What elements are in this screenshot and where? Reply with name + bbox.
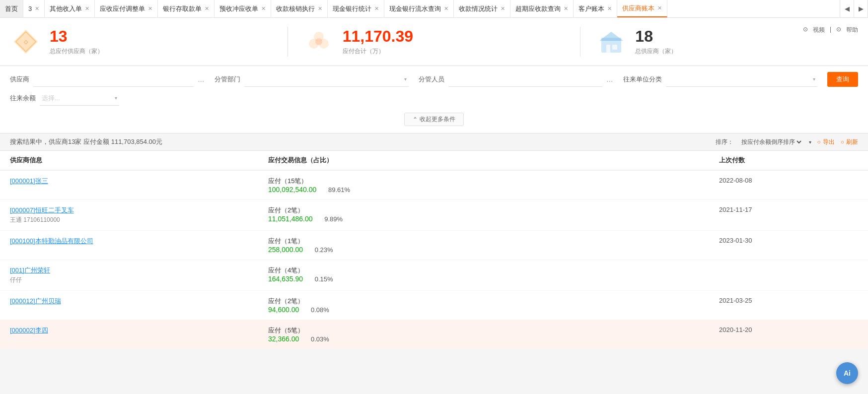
supplier-link[interactable]: [000012]广州贝瑞 [10, 297, 268, 306]
video-link[interactable]: 视频 [813, 26, 825, 34]
person-ellipsis[interactable]: ... [606, 75, 613, 84]
chevron-up-icon: ⌃ [413, 116, 418, 123]
table-row[interactable]: [000100]本特勤油品有限公司 应付（1笔） 258,000.00 0.23… [0, 231, 868, 260]
nav-right-arrow[interactable]: ▶ [854, 0, 868, 18]
table-header: 供应商信息 应付交易信息（占比） 上次付数 [0, 151, 868, 171]
nav-scroll-arrows: ◀ ▶ [840, 0, 868, 18]
person-input[interactable] [448, 72, 602, 87]
close-icon[interactable]: ✕ [205, 5, 209, 12]
supplier-sub: 王通 17106110000 [10, 216, 268, 224]
nav-customer-ledger[interactable]: 客户账本 ✕ [574, 0, 617, 17]
nav-customer-ledger-label: 客户账本 [579, 4, 604, 13]
transaction-pct: 0.08% [311, 306, 329, 314]
query-button[interactable]: 查询 [827, 72, 858, 87]
close-icon[interactable]: ✕ [374, 5, 379, 12]
close-icon[interactable]: ✕ [444, 5, 448, 12]
total-suppliers-label: 总供应商（家） [635, 47, 677, 56]
balance-placeholder: 选择... [40, 94, 115, 103]
dept-dropdown[interactable]: ▾ [244, 72, 409, 87]
table-row[interactable]: [000007]恒旺二手叉车 王通 17106110000 应付（2笔） 11,… [0, 200, 868, 231]
category-dropdown[interactable]: ▾ [666, 72, 818, 87]
svg-rect-9 [606, 45, 610, 53]
supplier-info-cell: [000001]张三 [10, 177, 268, 186]
nav-collection-exec[interactable]: 收款核销执行 ✕ [271, 0, 328, 17]
table-row[interactable]: [000001]张三 应付（15笔） 100,092,540.00 89.61%… [0, 171, 868, 200]
nav-bank-deposit[interactable]: 银行存取款单 ✕ [158, 0, 215, 17]
close-icon[interactable]: ✕ [261, 5, 266, 12]
result-actions: 排序： 按应付余额倒序排序 ▾ ○ 导出 ○ 刷新 [716, 138, 859, 146]
close-icon[interactable]: ✕ [148, 5, 152, 12]
close-icon[interactable]: ✕ [35, 5, 39, 12]
supplier-ellipsis[interactable]: ... [198, 75, 204, 84]
nav-bank-deposit-label: 银行存取款单 [163, 4, 202, 13]
close-icon[interactable]: ✕ [85, 5, 89, 12]
supplier-link[interactable]: [000007]恒旺二手叉车 [10, 206, 268, 215]
nav-cash-bank-stats[interactable]: 现金银行统计 ✕ [328, 0, 384, 17]
nav-tab-3[interactable]: 3 ✕ [23, 0, 45, 17]
svg-point-6 [315, 38, 322, 45]
svg-text:◇: ◇ [24, 39, 28, 45]
dept-label: 分管部门 [215, 75, 240, 84]
diamond-icon: ◇ [10, 26, 42, 58]
table-row[interactable]: [001]广州荣轩 仔仔 应付（4笔） 164,635.90 0.15% [0, 260, 868, 291]
total-suppliers-number: 18 [635, 28, 677, 45]
close-icon[interactable]: ✕ [564, 5, 568, 12]
summary-card-total-ap: 11,170.39 应付合计（万） [303, 26, 566, 58]
nav-collection-stats[interactable]: 收款情况统计 ✕ [454, 0, 510, 17]
supplier-info-cell: [000007]恒旺二手叉车 王通 17106110000 [10, 206, 268, 224]
nav-left-arrow[interactable]: ◀ [840, 0, 854, 18]
filter-category: 往来单位分类 ▾ [623, 72, 818, 87]
close-icon[interactable]: ✕ [318, 5, 322, 12]
nav-cash-bank-flow[interactable]: 现金银行流水查询 ✕ [384, 0, 454, 17]
close-icon[interactable]: ✕ [607, 5, 612, 12]
svg-rect-7 [601, 40, 621, 53]
nav-other-income[interactable]: 其他收入单 ✕ [45, 0, 95, 17]
category-label: 往来单位分类 [623, 75, 662, 84]
nav-other-income-label: 其他收入单 [50, 4, 82, 13]
last-payment: 2020-11-20 [719, 326, 752, 333]
nav-prepayment[interactable]: 预收冲应收单 ✕ [215, 0, 271, 17]
nav-ap-adjustment[interactable]: 应收应付调整单 ✕ [95, 0, 158, 17]
nav-supplier-ledger[interactable]: 供应商账本 ✕ [617, 0, 667, 17]
supplier-input[interactable] [33, 72, 194, 87]
last-payment-cell: 2020-11-20 [719, 326, 858, 333]
close-icon[interactable]: ✕ [501, 5, 505, 12]
export-button[interactable]: ○ 导出 [817, 138, 835, 146]
balance-dropdown[interactable]: 选择... ▾ [40, 91, 119, 106]
filter-dept: 分管部门 ▾ [215, 72, 409, 87]
nav-overdue-ar-label: 超期应收款查询 [515, 4, 561, 13]
sort-label: 排序： [716, 138, 733, 146]
transaction-amount-row: 100,092,540.00 89.61% [268, 186, 719, 194]
supplier-link[interactable]: [001]广州荣轩 [10, 266, 268, 275]
help-link[interactable]: 帮助 [846, 26, 858, 34]
table-row[interactable]: [000002]李四 应付（5笔） 32,366.00 0.03% 2020-1… [0, 320, 868, 349]
ap-suppliers-text: 13 总应付供应商（家） [50, 28, 103, 56]
filter-row-2: 往来余额 选择... ▾ [10, 91, 858, 106]
filter-balance: 往来余额 选择... ▾ [10, 91, 119, 106]
table-row[interactable]: [000012]广州贝瑞 应付（2笔） 94,600.00 0.08% 2021… [0, 291, 868, 320]
filter-area: 供应商 ... 分管部门 ▾ 分管人员 ... 往来单位分类 ▾ 查询 [0, 66, 868, 133]
nav-overdue-ar[interactable]: 超期应收款查询 ✕ [510, 0, 574, 17]
col-transaction-header: 应付交易信息（占比） [268, 156, 719, 165]
summary-divider-1 [288, 27, 288, 57]
close-icon[interactable]: ✕ [657, 5, 662, 11]
balance-label: 往来余额 [10, 94, 36, 103]
summary-section: ◇ 13 总应付供应商（家） 11,170.39 应付合计（万） [0, 18, 868, 66]
nav-cash-bank-stats-label: 现金银行统计 [333, 4, 371, 13]
last-payment: 2021-11-17 [719, 206, 752, 213]
supplier-info-cell: [000002]李四 [10, 326, 268, 335]
supplier-link[interactable]: [000001]张三 [10, 177, 268, 186]
balance-chevron-down-icon: ▾ [115, 95, 119, 101]
transaction-cell: 应付（15笔） 100,092,540.00 89.61% [268, 177, 719, 194]
result-bar: 搜索结果中，供应商13家 应付金额 111,703,854.00元 排序： 按应… [0, 133, 868, 151]
transaction-amount: 164,635.90 [268, 275, 303, 283]
transaction-label: 应付（2笔） [268, 297, 719, 306]
sort-select[interactable]: 按应付余额倒序排序 [739, 138, 803, 146]
supplier-link[interactable]: [000100]本特勤油品有限公司 [10, 237, 268, 246]
collapse-button[interactable]: ⌃ 收起更多条件 [404, 113, 464, 126]
refresh-button[interactable]: ○ 刷新 [841, 138, 858, 146]
svg-rect-11 [601, 38, 621, 41]
top-navigation: 首页 3 ✕ 其他收入单 ✕ 应收应付调整单 ✕ 银行存取款单 ✕ 预收冲应收单… [0, 0, 868, 18]
supplier-link[interactable]: [000002]李四 [10, 326, 268, 335]
nav-home[interactable]: 首页 [0, 0, 23, 17]
